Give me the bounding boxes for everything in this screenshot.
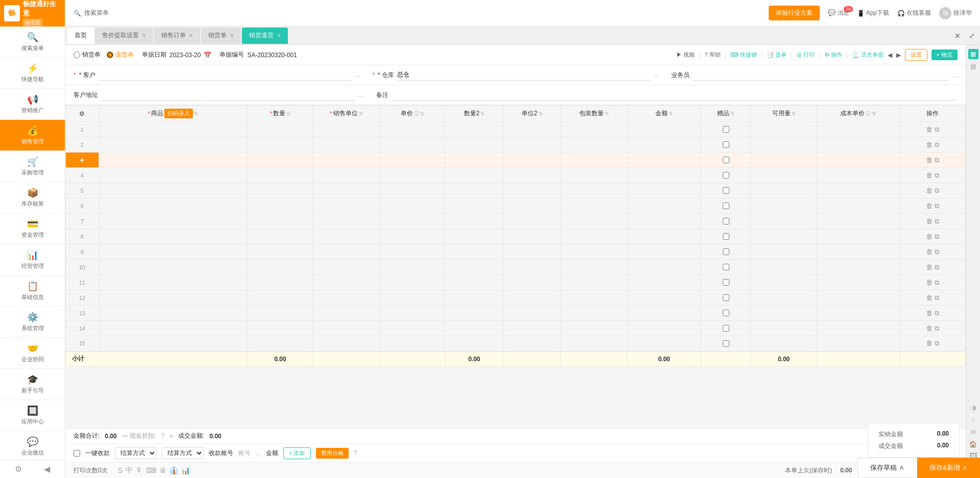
copy-row-btn[interactable]: ⧉ — [935, 324, 939, 333]
qty2-sort-icon[interactable]: ⇅ — [480, 111, 484, 116]
copy-row-btn[interactable]: ⧉ — [935, 339, 939, 347]
online-service-btn[interactable]: 🎧 在线客服 — [897, 9, 931, 17]
radio-sales[interactable]: 销货单 — [74, 51, 101, 59]
delete-row-btn[interactable]: 🗑 — [926, 294, 933, 302]
app-download-btn[interactable]: 📱 App下载 — [857, 9, 889, 17]
status-icon-4[interactable]: ⌨ — [146, 466, 156, 474]
cost-sort-icon[interactable]: ⇅ — [872, 111, 876, 116]
delete-row-btn[interactable]: 🗑 — [926, 279, 933, 287]
sidebar-item-finance[interactable]: 💳 资金管理 — [0, 213, 65, 244]
scan-btn[interactable]: 扫码录入 — [164, 109, 193, 118]
copy-row-btn[interactable]: ⧉ — [935, 141, 939, 149]
table-settings-icon[interactable]: ⚙ — [79, 110, 85, 117]
sidebar-item-appcenter[interactable]: 🔲 应用中心 — [0, 400, 65, 431]
pkgqty-cell[interactable] — [561, 153, 627, 168]
delete-row-btn[interactable]: 🗑 — [926, 248, 933, 256]
gift-checkbox[interactable] — [723, 141, 729, 148]
tab-maximize-btn[interactable]: ⤢ — [966, 31, 978, 41]
add-payment-btn[interactable]: + 添加 — [283, 447, 310, 459]
settings-btn[interactable]: 设置 — [905, 49, 927, 61]
tab-price-extract[interactable]: 售价提取设置 ✕ — [95, 28, 153, 44]
delete-row-btn[interactable]: 🗑 — [926, 217, 933, 225]
radio-return[interactable]: 退货单 — [107, 51, 134, 59]
video-action[interactable]: ▶ 视频 — [676, 51, 695, 59]
delete-row-btn[interactable]: 🗑 — [926, 263, 933, 271]
shortcut-action[interactable]: ⌨ 快捷键 — [730, 51, 757, 59]
status-icon-7[interactable]: 📊 — [181, 466, 190, 474]
copy-row-btn[interactable]: ⧉ — [935, 187, 939, 195]
trial-btn[interactable]: 体验行业方案 — [769, 6, 820, 20]
delete-row-btn[interactable]: 🗑 — [926, 339, 933, 347]
address-input[interactable] — [101, 89, 356, 100]
pkgqty-sort-icon[interactable]: ⇅ — [605, 111, 609, 116]
delete-row-btn[interactable]: 🗑 — [926, 141, 933, 149]
gift-checkbox[interactable] — [723, 294, 729, 301]
status-icon-2[interactable]: 中 — [126, 466, 133, 475]
unit2-cell[interactable] — [503, 122, 561, 137]
gift-checkbox[interactable] — [723, 218, 729, 224]
settle-method-select[interactable]: 结算方式 — [115, 447, 157, 459]
warehouse-dots[interactable]: ... — [654, 71, 659, 79]
row-add-btn[interactable]: + — [66, 153, 99, 168]
amount-cell[interactable] — [627, 137, 701, 153]
sidebar-right-2[interactable]: ☆ — [968, 415, 978, 425]
cost-cell[interactable] — [817, 137, 899, 153]
delete-row-btn[interactable]: 🗑 — [926, 324, 933, 333]
qty2-cell[interactable] — [445, 153, 503, 168]
price-sort-icon[interactable]: ⇅ — [420, 111, 424, 116]
customer-dots[interactable]: ... — [355, 71, 360, 79]
sidebar-collapse-btn[interactable]: ◀ — [44, 464, 50, 474]
sidebar-item-inventory[interactable]: 📦 库存核算 — [0, 182, 65, 213]
status-icon-1[interactable]: S — [118, 466, 122, 474]
sidebar-item-basic[interactable]: 📋 基础信息 — [0, 275, 65, 307]
radio-sales-input[interactable] — [74, 52, 80, 58]
tab-price-extract-close[interactable]: ✕ — [142, 33, 146, 38]
unit2-cell[interactable] — [503, 153, 561, 168]
list-view-btn[interactable]: ▤ — [968, 61, 978, 71]
one-click-pay-checkbox[interactable] — [74, 450, 80, 457]
sidebar-right-3[interactable]: ✉ — [968, 427, 978, 437]
sidebar-item-guide[interactable]: 🎓 新手引导 — [0, 369, 65, 400]
address-dots[interactable]: ... — [359, 91, 364, 98]
grid-view-btn[interactable]: ▦ — [968, 49, 978, 59]
unit2-cell[interactable] — [503, 137, 561, 153]
delete-row-btn[interactable]: 🗑 — [926, 171, 933, 180]
amount-sort-icon[interactable]: ⇅ — [669, 111, 673, 116]
gift-checkbox[interactable] — [723, 157, 729, 163]
delete-row-btn[interactable]: 🗑 — [926, 187, 933, 195]
amount-cell[interactable] — [627, 122, 701, 137]
gift-cell[interactable] — [701, 122, 751, 137]
radio-return-input[interactable] — [107, 52, 113, 58]
sidebar-item-marketing[interactable]: 📢 营销推广 — [0, 89, 65, 120]
status-icon-6[interactable]: 👔 — [169, 466, 178, 474]
pkgqty-cell[interactable] — [561, 122, 627, 137]
copy-row-btn[interactable]: ⧉ — [935, 294, 939, 302]
next-record-btn[interactable]: ▶ — [896, 52, 901, 59]
sidebar-item-system[interactable]: ⚙️ 系统管理 — [0, 307, 65, 338]
gift-checkbox[interactable] — [723, 279, 729, 286]
price-cell[interactable] — [379, 137, 445, 153]
customer-input[interactable] — [99, 69, 352, 81]
sidebar-item-enterprise[interactable]: 🤝 企业协同 — [0, 338, 65, 369]
copy-row-btn[interactable]: ⧉ — [935, 202, 939, 210]
gift-checkbox[interactable] — [723, 310, 729, 316]
product-input[interactable] — [101, 157, 245, 164]
gift-checkbox[interactable] — [723, 233, 729, 240]
gift-checkbox[interactable] — [723, 264, 729, 270]
tab-home[interactable]: 首页 — [67, 28, 94, 44]
gift-checkbox[interactable] — [723, 126, 729, 133]
sidebar-item-operations[interactable]: 📊 经营管理 — [0, 244, 65, 275]
gift-checkbox[interactable] — [723, 172, 729, 179]
expense-help-icon[interactable]: ? — [354, 449, 357, 457]
expense-btn[interactable]: 费用分摊 — [316, 448, 349, 459]
unit-sort-icon[interactable]: ⇅ — [359, 111, 363, 116]
avail-cell[interactable] — [751, 122, 817, 137]
tab-close-all-btn[interactable]: ✕ — [951, 31, 964, 41]
tab-sales-return-close[interactable]: ✕ — [277, 33, 281, 38]
copy-row-btn[interactable]: ⧉ — [935, 248, 939, 256]
delete-row-btn[interactable]: 🗑 — [926, 309, 933, 317]
tab-sales-delivery[interactable]: 销货单 ✕ — [201, 28, 241, 44]
cost-cell[interactable] — [817, 153, 899, 168]
tab-sales-return[interactable]: 销货退货 ✕ — [242, 28, 288, 44]
copy-row-btn[interactable]: ⧉ — [935, 171, 939, 180]
